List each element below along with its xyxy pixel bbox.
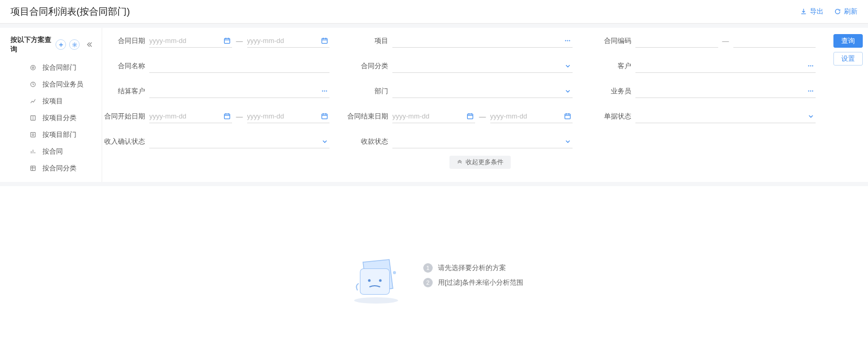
add-scheme-button[interactable]: [56, 39, 66, 50]
collapse-sidebar-button[interactable]: [85, 39, 94, 50]
contract-name-input[interactable]: [149, 62, 329, 70]
chevron-double-left-icon: [86, 41, 93, 48]
filter-label: 部门: [345, 87, 392, 96]
calendar-icon[interactable]: [222, 112, 232, 120]
svg-point-11: [567, 40, 568, 41]
filter-contract-code: 合同编码 —: [588, 34, 816, 48]
calendar-icon[interactable]: [222, 37, 232, 45]
ellipsis-icon[interactable]: [806, 62, 816, 70]
filter-label: 结算客户: [102, 87, 149, 96]
chevron-down-icon[interactable]: [563, 62, 573, 70]
sidebar-item-project[interactable]: 按项目: [0, 93, 102, 110]
svg-point-30: [379, 279, 381, 282]
page-header: 项目合同利润表(按合同部门) 导出 刷新: [0, 0, 868, 24]
project-dept-icon: [29, 131, 37, 139]
settlement-customer-input[interactable]: [149, 87, 320, 95]
receipt-status-input[interactable]: [392, 137, 563, 145]
collapse-label: 收起更多条件: [466, 158, 503, 167]
step-text: 请先选择要分析的方案: [438, 263, 506, 273]
range-dash: —: [236, 37, 243, 45]
help-step-2: 2 用[过滤]条件来缩小分析范围: [423, 278, 523, 287]
gear-icon: [72, 42, 78, 48]
plus-icon: [58, 42, 64, 48]
sidebar-item-contract[interactable]: 按合同: [0, 143, 102, 160]
contract-category-input[interactable]: [392, 62, 563, 70]
customer-input[interactable]: [635, 62, 806, 70]
sidebar-item-contract-salesman[interactable]: 按合同业务员: [0, 76, 102, 93]
sidebar-item-project-dept[interactable]: 按项目部门: [0, 126, 102, 143]
filter-label: 项目: [345, 36, 392, 46]
filter-contract-category: 合同分类: [345, 59, 573, 73]
chevron-down-icon[interactable]: [563, 88, 573, 95]
sidebar-item-label: 按合同: [42, 147, 63, 156]
export-button[interactable]: 导出: [800, 7, 823, 16]
department-input[interactable]: [392, 87, 563, 95]
filter-label: 合同编码: [588, 36, 635, 46]
range-dash: —: [236, 113, 243, 121]
chevron-down-icon[interactable]: [563, 138, 573, 145]
chevron-down-icon[interactable]: [320, 138, 329, 145]
svg-point-17: [324, 90, 325, 91]
step-text: 用[过滤]条件来缩小分析范围: [438, 278, 523, 287]
filter-label: 合同名称: [102, 61, 149, 71]
filter-label: 合同分类: [345, 61, 392, 71]
contract-date-from-input[interactable]: [149, 37, 222, 45]
ellipsis-icon[interactable]: [806, 87, 816, 95]
calendar-icon[interactable]: [465, 112, 475, 120]
help-step-1: 1 请先选择要分析的方案: [423, 263, 523, 273]
svg-rect-25: [565, 114, 570, 118]
svg-point-2: [32, 67, 34, 68]
filter-salesman: 业务员: [588, 84, 816, 98]
svg-rect-5: [31, 133, 36, 137]
project-input[interactable]: [392, 37, 563, 45]
sidebar-item-label: 按合同业务员: [42, 80, 83, 89]
sidebar-item-label: 按项目部门: [42, 130, 76, 139]
chevron-double-up-icon: [457, 159, 463, 165]
sidebar: 按以下方案查询: [0, 28, 102, 182]
start-date-to-input[interactable]: [247, 112, 320, 120]
ellipsis-icon[interactable]: [563, 37, 573, 45]
filter-label: 收款状态: [345, 137, 392, 146]
sidebar-item-label: 按项目分类: [42, 113, 76, 123]
table-icon: [29, 164, 37, 172]
sidebar-item-contract-dept[interactable]: 按合同部门: [0, 59, 102, 76]
svg-point-0: [73, 44, 75, 45]
export-icon: [800, 8, 807, 15]
sidebar-item-contract-category[interactable]: 按合同分类: [0, 160, 102, 177]
query-button[interactable]: 查询: [833, 34, 863, 48]
salesman-input[interactable]: [635, 87, 806, 95]
refresh-label: 刷新: [844, 7, 858, 16]
sidebar-item-label: 按合同分类: [42, 164, 76, 173]
start-date-from-input[interactable]: [149, 112, 222, 120]
svg-rect-4: [31, 116, 36, 121]
settings-button[interactable]: 设置: [833, 52, 863, 66]
calendar-icon[interactable]: [320, 37, 329, 45]
filters-area: 查询 设置 合同日期 —: [102, 28, 868, 182]
svg-point-12: [569, 40, 570, 41]
bill-status-input[interactable]: [635, 112, 806, 120]
settings-scheme-button[interactable]: [69, 39, 80, 50]
export-label: 导出: [810, 7, 823, 16]
revenue-status-input[interactable]: [149, 137, 320, 145]
calendar-icon[interactable]: [320, 112, 329, 120]
sidebar-item-project-category[interactable]: 按项目分类: [0, 110, 102, 126]
ellipsis-icon[interactable]: [320, 87, 329, 95]
collapse-filters-button[interactable]: 收起更多条件: [449, 156, 511, 169]
calendar-icon[interactable]: [563, 112, 573, 120]
end-date-to-input[interactable]: [490, 112, 563, 120]
bar-icon: [29, 147, 37, 156]
chevron-down-icon[interactable]: [806, 113, 816, 120]
contract-code-to-input[interactable]: [733, 37, 816, 45]
clock-icon: [29, 80, 37, 89]
sidebar-title: 按以下方案查询: [10, 35, 56, 54]
sidebar-item-label: 按项目: [42, 96, 63, 106]
refresh-icon: [834, 8, 841, 15]
filter-department: 部门: [345, 84, 573, 98]
contract-date-to-input[interactable]: [247, 37, 320, 45]
svg-point-16: [322, 90, 323, 91]
end-date-from-input[interactable]: [392, 112, 465, 120]
svg-point-14: [810, 65, 811, 66]
refresh-button[interactable]: 刷新: [834, 7, 858, 16]
results-pane: 1 请先选择要分析的方案 2 用[过滤]条件来缩小分析范围: [0, 186, 868, 356]
contract-code-from-input[interactable]: [635, 37, 718, 45]
